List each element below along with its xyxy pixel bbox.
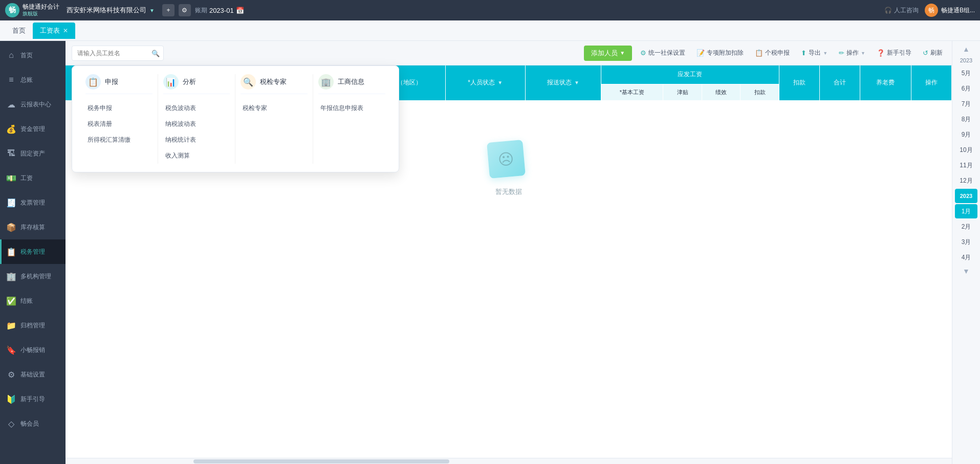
sidebar-item-invoice[interactable]: 🧾 发票管理 — [0, 190, 66, 215]
sidebar-item-closing[interactable]: ✅ 结账 — [0, 289, 66, 313]
sidebar-item-new-guide[interactable]: 🔰 新手引导 — [0, 387, 66, 411]
dropdown-item-tax-table[interactable]: 税表清册 — [85, 116, 153, 132]
sidebar-label-basic: 基础设置 — [20, 370, 45, 379]
right-panel-month-12[interactable]: 12月 — [955, 173, 977, 188]
right-panel-month-4[interactable]: 4月 — [955, 250, 977, 264]
right-panel-month-10[interactable]: 10月 — [955, 143, 977, 157]
social-security-action[interactable]: ⚙ 统一社保设置 — [637, 46, 688, 61]
th-payroll-group: 应发工资 — [601, 65, 779, 84]
refresh-action[interactable]: ↺ 刷新 — [920, 46, 946, 61]
right-panel-month-11[interactable]: 11月 — [955, 158, 977, 172]
th-pension: 养老费 — [860, 65, 911, 100]
right-panel-month-9[interactable]: 9月 — [955, 127, 977, 142]
sidebar-item-basic-settings[interactable]: ⚙ 基础设置 — [0, 362, 66, 387]
dropdown-item-tax-burden[interactable]: 税负波动表 — [163, 100, 230, 116]
company-name: 西安虾米网络科技有限公司 — [67, 6, 146, 15]
sidebar-item-xiao-chang[interactable]: 🔖 小畅报销 — [0, 338, 66, 362]
dropdown-item-tax-declaration[interactable]: 税务申报 — [85, 100, 153, 116]
content-area: 🔍 添加人员 ▼ ⚙ 统一社保设置 📝 专项附加扣除 📋 个税申报 ⬆ 导 — [66, 41, 952, 464]
export-action[interactable]: ⬆ 导出 ▼ — [798, 46, 831, 61]
cloud-icon: ☁ — [6, 100, 16, 109]
sidebar-item-fund[interactable]: 💰 资金管理 — [0, 117, 66, 141]
user-info[interactable]: 畅 畅捷通B组... — [925, 4, 975, 17]
sidebar-label-cloud: 云报表中心 — [20, 100, 51, 109]
dropdown-item-annual-report[interactable]: 年报信息申报表 — [318, 100, 386, 116]
operations-chevron-icon: ▼ — [861, 51, 865, 56]
right-panel-month-2[interactable]: 2月 — [955, 219, 977, 234]
right-panel-nav-down[interactable]: ▼ — [960, 265, 972, 277]
declaration-icon: 📋 — [85, 74, 101, 90]
home-icon: ⌂ — [6, 51, 16, 60]
dropdown-item-income-tax[interactable]: 所得税汇算清缴 — [85, 132, 153, 148]
service-button[interactable]: 🎧 人工咨询 — [884, 6, 919, 15]
tab-home[interactable]: 首页 — [5, 23, 33, 39]
vip-icon: ◇ — [6, 419, 16, 429]
sidebar-item-inventory[interactable]: 📦 库存核算 — [0, 215, 66, 239]
business-header: 🏢 工商信息 — [318, 74, 386, 94]
right-panel-month-8[interactable]: 8月 — [955, 112, 977, 126]
right-panel-month-7[interactable]: 7月 — [955, 97, 977, 111]
search-icon[interactable]: 🔍 — [151, 49, 160, 57]
right-panel-current-year: 2023 — [955, 189, 977, 203]
sidebar-label-salary: 工资 — [20, 174, 33, 183]
sidebar-item-vip[interactable]: ◇ 畅会员 — [0, 411, 66, 436]
empty-icon-box — [488, 141, 529, 182]
tabs-bar: 首页 工资表 ✕ — [0, 20, 980, 41]
top-header: 畅 畅捷通好会计 旗舰版 西安虾米网络科技有限公司 ▼ + ⚙ 账期 2023-… — [0, 0, 980, 20]
sidebar-item-salary[interactable]: 💵 工资 — [0, 166, 66, 190]
company-selector[interactable]: 西安虾米网络科技有限公司 ▼ — [67, 6, 155, 15]
app-edition: 旗舰版 — [23, 10, 59, 17]
dropdown-item-income-calc[interactable]: 收入测算 — [163, 148, 230, 164]
declaration-header: 📋 申报 — [85, 74, 153, 94]
app-name: 畅捷通好会计 — [23, 3, 59, 10]
special-deduction-icon: 📝 — [696, 49, 705, 57]
bottom-scrollbar[interactable] — [66, 458, 952, 464]
home-tab-label: 首页 — [12, 26, 26, 35]
add-person-chevron-icon: ▼ — [620, 50, 625, 56]
new-guide-label: 新手引导 — [887, 49, 911, 57]
tax-dropdown-popup: 📋 申报 税务申报 税表清册 所得税汇算清缴 📊 分析 税负波动表 纳税波动表 … — [72, 65, 399, 172]
basic-settings-icon: ⚙ — [6, 370, 16, 380]
sidebar-item-ledger[interactable]: ≡ 总账 — [0, 68, 66, 92]
add-person-button[interactable]: 添加人员 ▼ — [584, 46, 632, 61]
settings-btn[interactable]: ⚙ — [179, 4, 191, 16]
period-label: 账期 — [195, 6, 207, 15]
sidebar-item-fixed-assets[interactable]: 🏗 固定资产 — [0, 141, 66, 166]
tab-salary[interactable]: 工资表 ✕ — [33, 23, 75, 39]
sidebar-label-archive: 归档管理 — [20, 321, 45, 330]
sidebar-item-home[interactable]: ⌂ 首页 — [0, 43, 66, 68]
period-value: 2023-01 — [209, 7, 234, 14]
special-deduction-label: 专项附加扣除 — [707, 49, 744, 57]
right-panel-month-6[interactable]: 6月 — [955, 81, 977, 96]
dropdown-item-tax-payment[interactable]: 纳税波动表 — [163, 116, 230, 132]
th-total: 合计 — [819, 65, 860, 100]
right-panel-month-3[interactable]: 3月 — [955, 235, 977, 249]
tab-close-icon[interactable]: ✕ — [63, 27, 68, 34]
multi-org-icon: 🏢 — [6, 272, 16, 281]
dropdown-section-declaration: 📋 申报 税务申报 税表清册 所得税汇算清缴 — [80, 74, 158, 164]
dropdown-item-tax-expert[interactable]: 税检专家 — [241, 100, 308, 116]
special-deduction-action[interactable]: 📝 专项附加扣除 — [693, 46, 747, 61]
right-panel-nav-up[interactable]: ▲ — [960, 43, 972, 55]
period-calendar-icon[interactable]: 📅 — [236, 7, 244, 14]
report-filter-icon[interactable]: ▼ — [574, 80, 579, 85]
scroll-thumb[interactable] — [193, 459, 449, 463]
tax-declaration-action[interactable]: 📋 个税申报 — [752, 46, 793, 61]
xiao-chang-icon: 🔖 — [6, 345, 16, 355]
right-panel-month-1[interactable]: 1月 — [955, 204, 977, 218]
dropdown-item-tax-stats[interactable]: 纳税统计表 — [163, 132, 230, 148]
export-label: 导出 — [809, 49, 821, 57]
status-filter-icon[interactable]: ▼ — [497, 80, 503, 85]
sidebar-item-cloud-report[interactable]: ☁ 云报表中心 — [0, 92, 66, 117]
sidebar-item-archive[interactable]: 📁 归档管理 — [0, 313, 66, 338]
ledger-icon: ≡ — [6, 75, 16, 84]
operations-action[interactable]: ✏ 操作 ▼ — [836, 46, 868, 61]
sidebar-item-multi-org[interactable]: 🏢 多机构管理 — [0, 264, 66, 289]
add-company-btn[interactable]: + — [162, 4, 175, 16]
avatar: 畅 — [925, 4, 938, 17]
sidebar-item-tax[interactable]: 📋 税务管理 — [0, 239, 66, 264]
search-input[interactable] — [72, 46, 164, 61]
analysis-icon: 📊 — [163, 74, 179, 90]
right-panel-month-5[interactable]: 5月 — [955, 66, 977, 80]
new-guide-action[interactable]: ❓ 新手引导 — [874, 46, 914, 61]
